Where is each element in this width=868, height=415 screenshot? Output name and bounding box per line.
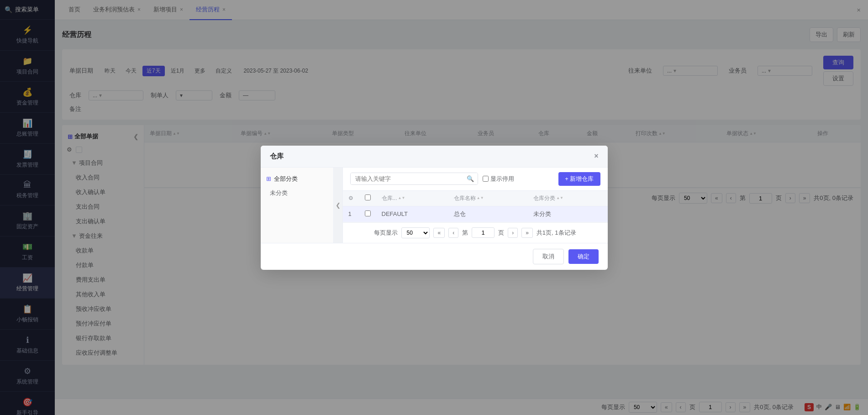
row-checkbox[interactable] [365,210,371,216]
modal-sort-icon1[interactable]: ▲▼ [398,196,405,200]
modal-total-label: 共1页, 1条记录 [537,229,576,237]
modal-header: 仓库 × [261,146,608,168]
gear-icon[interactable]: ⚙ [348,195,353,201]
show-disabled-checkbox[interactable] [483,176,489,182]
modal-table: ⚙ 仓库... ▲▼ [343,191,608,222]
row-index: 1 [343,206,359,222]
modal-search-box: 🔍 [350,173,478,185]
modal-prev-btn[interactable]: ‹ [448,228,458,238]
warehouse-modal: 仓库 × ⊞ 全部分类 未分类 ❮ 🔍 [261,146,608,270]
modal-search-input[interactable] [351,173,463,184]
row-category: 未分类 [528,206,607,222]
modal-page-input[interactable] [472,227,494,238]
row-name: 总仓 [448,206,528,222]
modal-main: 🔍 显示停用 + 新增仓库 ⚙ [343,168,608,243]
modal-page-size-label: 每页显示 [374,229,398,237]
modal-all-categories-label: 全部分类 [274,175,298,183]
modal-page-label: 页 [498,229,504,237]
modal-sort-icon3[interactable]: ▲▼ [556,196,563,200]
modal-grid-icon: ⊞ [266,175,271,182]
modal-first-btn[interactable]: « [433,228,445,238]
modal-title: 仓库 [270,152,284,161]
modal-last-btn[interactable]: » [521,228,533,238]
modal-page-size-select[interactable]: 50 [401,227,430,238]
modal-footer: 取消 确定 [261,243,608,270]
modal-close-button[interactable]: × [594,152,598,160]
cancel-button[interactable]: 取消 [533,249,564,264]
modal-sidebar-unclassified[interactable]: 未分类 [261,186,333,200]
modal-search-icon[interactable]: 🔍 [463,173,478,184]
show-disabled-label[interactable]: 显示停用 [483,175,514,183]
confirm-button[interactable]: 确定 [568,249,599,264]
modal-col-name: 仓库名称 ▲▼ [448,191,528,206]
add-warehouse-button[interactable]: + 新增仓库 [558,172,600,186]
modal-sort-icon2[interactable]: ▲▼ [477,196,484,200]
modal-pagination: 每页显示 50 « ‹ 第 页 › » 共1页, 1条记录 [343,222,608,243]
modal-select-all[interactable] [365,194,371,200]
modal-col-gear: ⚙ [343,191,359,206]
modal-page-word: 第 [462,229,468,237]
modal-table-area: ⚙ 仓库... ▲▼ [343,191,608,222]
modal-sidebar-collapse-btn[interactable]: ❮ [334,168,343,243]
modal-toolbar: 🔍 显示停用 + 新增仓库 [343,168,608,191]
unclassified-label: 未分类 [270,189,288,196]
modal-col-category: 仓库分类 ▲▼ [528,191,607,206]
row-checkbox-cell [359,206,376,222]
row-code: DEFAULT [376,206,448,222]
modal-col-code: 仓库... ▲▼ [376,191,448,206]
modal-sidebar: ⊞ 全部分类 未分类 [261,168,334,243]
modal-next-btn[interactable]: › [508,228,518,238]
collapse-arrow-icon: ❮ [336,202,341,209]
modal-sidebar-all-categories[interactable]: ⊞ 全部分类 [261,172,333,186]
show-disabled-text: 显示停用 [490,175,514,183]
table-row[interactable]: 1 DEFAULT 总仓 未分类 [343,206,608,222]
modal-col-checkbox [359,191,376,206]
modal-body: ⊞ 全部分类 未分类 ❮ 🔍 显示停用 + 新增仓库 [261,168,608,243]
